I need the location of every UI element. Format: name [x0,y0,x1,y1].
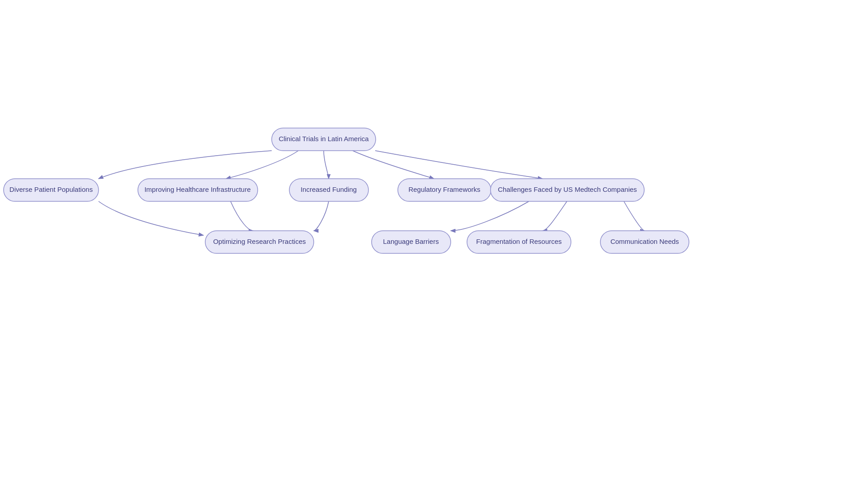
arrow-root-n4 [353,151,434,179]
node-n9: Communication Needs [600,231,689,253]
node-n7: Language Barriers [372,231,451,253]
node-n2: Improving Healthcare Infrastructure [138,179,258,201]
mind-map-diagram: Clinical Trials in Latin America Diverse… [0,0,868,490]
node-n4: Regulatory Frameworks [398,179,491,201]
arrow-root-n3 [324,151,329,179]
arrow-n5-n9 [624,201,645,231]
node-n3-label: Increased Funding [301,186,357,193]
node-root-label: Clinical Trials in Latin America [278,135,369,143]
node-n6-label: Optimizing Research Practices [213,238,306,245]
arrow-n1-n6 [99,201,203,235]
node-root: Clinical Trials in Latin America [272,128,376,151]
node-n1: Diverse Patient Populations [4,179,99,201]
arrow-root-n5 [375,151,542,179]
node-n4-label: Regulatory Frameworks [408,186,480,193]
node-n2-label: Improving Healthcare Infrastructure [144,186,250,193]
node-n5: Challenges Faced by US Medtech Companies [491,179,644,201]
node-n3: Increased Funding [289,179,368,201]
node-n7-label: Language Barriers [383,238,439,245]
node-n6: Optimizing Research Practices [205,231,314,253]
node-n5-label: Challenges Faced by US Medtech Companies [498,186,637,193]
node-n8: Fragmentation of Resources [467,231,571,253]
arrow-n2-n6 [231,201,253,231]
arrow-n5-n8 [542,201,567,231]
arrow-root-n1 [99,151,272,179]
node-n8-label: Fragmentation of Resources [476,238,561,245]
arrow-n3-n6 [314,201,329,231]
node-n9-label: Communication Needs [610,238,679,245]
node-n1-label: Diverse Patient Populations [9,186,93,193]
arrow-root-n2 [226,151,298,179]
arrow-n5-n7 [451,201,529,231]
